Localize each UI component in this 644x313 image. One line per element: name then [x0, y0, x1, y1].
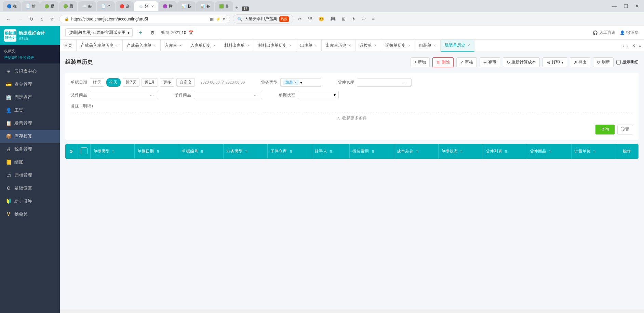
app-tab-product-in[interactable]: 产成品入库单 ✕: [123, 40, 161, 51]
date-btn-1month[interactable]: 近1月: [142, 78, 158, 87]
undo-icon[interactable]: ↩: [360, 15, 368, 23]
col-order-date[interactable]: 单据日期 ⇅: [135, 144, 179, 159]
add-company-button[interactable]: +: [137, 28, 144, 37]
app-tab-transfer-history[interactable]: 调拨单历史 ✕: [381, 40, 415, 51]
sidebar-item-archive[interactable]: 🗂 归档管理: [0, 169, 60, 182]
service-button[interactable]: 🎧 人工咨询: [593, 30, 616, 35]
sidebar-item-tax[interactable]: 🖨 税务管理: [0, 143, 60, 156]
tab-more[interactable]: ≡: [638, 43, 643, 49]
date-btn-more[interactable]: 更多: [160, 78, 174, 87]
scissors-icon[interactable]: ✂: [296, 15, 304, 23]
new-button[interactable]: + 新增: [411, 57, 430, 67]
abandon-button[interactable]: ↩ 弃审: [480, 57, 500, 67]
bottom-scrollbar[interactable]: [60, 309, 644, 313]
tab-right-arrow[interactable]: ›: [626, 43, 630, 49]
close-transfer-history[interactable]: ✕: [408, 44, 411, 47]
date-btn-today[interactable]: 今天: [106, 78, 121, 87]
business-type-input[interactable]: 组装 ✕ ▾: [280, 78, 321, 87]
forward-button[interactable]: →: [16, 15, 25, 23]
col-parent-item[interactable]: 父件商品 ⇅: [527, 144, 572, 159]
close-product-in[interactable]: ✕: [153, 44, 156, 47]
parent-item-ellipsis[interactable]: ···: [148, 92, 155, 98]
sidebar-item-settings[interactable]: ⚙ 基础设置: [0, 182, 60, 195]
back-button[interactable]: ←: [4, 15, 13, 23]
date-btn-7days[interactable]: 近7天: [123, 78, 139, 87]
close-transfer[interactable]: ✕: [374, 44, 377, 47]
sidebar-item-close-accounts[interactable]: 📒 结账: [0, 156, 60, 169]
sidebar-item-vip[interactable]: V 畅会员: [0, 208, 60, 220]
app-tab-assembly[interactable]: 组装单 ✕: [415, 40, 441, 51]
sidebar-item-guide[interactable]: 🔰 新手引导: [0, 195, 60, 208]
settings-small-button[interactable]: 设置: [617, 125, 633, 134]
recalculate-button[interactable]: ↻ 重新计算成本: [503, 57, 540, 67]
home-button[interactable]: ⌂: [38, 15, 45, 23]
brightness-icon[interactable]: ☀: [350, 15, 358, 23]
emoji-icon[interactable]: 😊: [317, 15, 326, 23]
query-button[interactable]: 查询: [595, 125, 615, 134]
maximize-button[interactable]: ❐: [622, 2, 630, 10]
app-tab-assembly-history[interactable]: 组装单历史 ✕: [441, 40, 474, 52]
parent-warehouse-ellipsis[interactable]: ...: [402, 80, 408, 85]
browser-tab-11[interactable]: 📊各: [196, 1, 214, 11]
close-window-button[interactable]: ✕: [633, 2, 641, 10]
browser-tab-7[interactable]: 🔴企: [116, 1, 134, 11]
browser-tab-10[interactable]: 📊畅: [177, 1, 196, 11]
child-item-input[interactable]: ···: [194, 91, 262, 99]
col-unit[interactable]: 计量单位 ⇅: [572, 144, 616, 159]
child-item-ellipsis[interactable]: ···: [252, 92, 259, 98]
browser-tab-5[interactable]: ☁️好: [78, 1, 96, 11]
parent-warehouse-input[interactable]: ...: [357, 79, 412, 87]
print-button[interactable]: 🖨 打印 ▾: [542, 57, 567, 67]
sidebar-item-payroll[interactable]: 👤 工资: [0, 104, 60, 117]
col-child-warehouse[interactable]: 子件仓库 ⇅: [268, 144, 312, 159]
dropdown-icon[interactable]: ▾: [223, 17, 225, 22]
show-details-label[interactable]: 显示明细: [616, 59, 639, 65]
favorite-subtitle[interactable]: 快捷键打开收藏夹: [4, 55, 56, 60]
close-material-out[interactable]: ✕: [247, 44, 250, 47]
minimize-button[interactable]: —: [610, 2, 619, 10]
game-icon[interactable]: 🎮: [328, 15, 338, 23]
app-tab-material-out[interactable]: 材料出库单 ✕: [220, 40, 254, 51]
app-tab-in-order[interactable]: 入库单 ✕: [161, 40, 186, 51]
app-tab-transfer[interactable]: 调拨单 ✕: [355, 40, 381, 51]
sidebar-item-funds[interactable]: 💳 资金管理: [0, 78, 60, 91]
refresh-button-page[interactable]: ↻ 刷新: [593, 57, 614, 67]
close-assembly-history[interactable]: ✕: [467, 43, 470, 47]
col-settings[interactable]: ⚙: [65, 144, 78, 159]
col-business-type[interactable]: 业务类型 ⇅: [223, 144, 268, 159]
parent-item-input[interactable]: ···: [90, 91, 158, 99]
close-out-history[interactable]: ✕: [348, 44, 351, 47]
bookmark-button[interactable]: ☆: [48, 15, 56, 23]
new-tab-button[interactable]: +: [234, 5, 240, 11]
browser-tab-3[interactable]: 🟢易: [40, 1, 58, 11]
browser-tab-4[interactable]: 🟢易: [59, 1, 77, 11]
collapse-bar[interactable]: ∧ 收起更多条件: [71, 113, 633, 123]
order-status-select[interactable]: ▾: [298, 91, 339, 99]
browser-tab-8[interactable]: ☁️好✕: [134, 1, 158, 11]
app-tab-out-order[interactable]: 出库单 ✕: [296, 40, 322, 51]
tab-close-8[interactable]: ✕: [151, 4, 154, 8]
sidebar-item-invoice[interactable]: 📋 发票管理: [0, 117, 60, 130]
close-material-out-history[interactable]: ✕: [289, 44, 292, 47]
col-order-status[interactable]: 单据状态 ⇅: [438, 144, 483, 159]
address-bar[interactable]: 🔒 https://cloud.chanjet.com/accounting/u…: [59, 15, 230, 23]
col-order-no[interactable]: 单据编号 ⇅: [179, 144, 223, 159]
select-all-checkbox[interactable]: [81, 147, 88, 154]
close-out-order[interactable]: ✕: [314, 44, 317, 47]
col-parent-list[interactable]: 父件列表 ⇅: [483, 144, 527, 159]
browser-tab-9[interactable]: 🟣腾: [159, 1, 177, 11]
close-in-order[interactable]: ✕: [179, 44, 182, 47]
refresh-button[interactable]: ↻: [27, 15, 36, 23]
app-tab-material-out-history[interactable]: 材料出库单历史 ✕: [254, 40, 296, 51]
company-selector[interactable]: (勿删勿禁用) 江西服宝测试专用 ▾: [65, 28, 133, 37]
browser-tab-6[interactable]: 📄个: [97, 1, 115, 11]
tab-left-arrow[interactable]: ‹: [621, 43, 625, 49]
menu-icon[interactable]: ≡: [370, 15, 377, 23]
sidebar-item-fixed-assets[interactable]: 🏢 固定资产: [0, 91, 60, 104]
app-tab-out-history[interactable]: 出库单历史 ✕: [322, 40, 355, 51]
grid-icon[interactable]: ⊞: [340, 15, 348, 23]
sidebar-item-cloud-report[interactable]: ⊞ 云报表中心: [0, 65, 60, 78]
sidebar-item-inventory[interactable]: 📦 库存核算: [0, 130, 60, 143]
tab-close-all[interactable]: ✕: [631, 43, 637, 49]
close-assembly[interactable]: ✕: [433, 44, 436, 47]
